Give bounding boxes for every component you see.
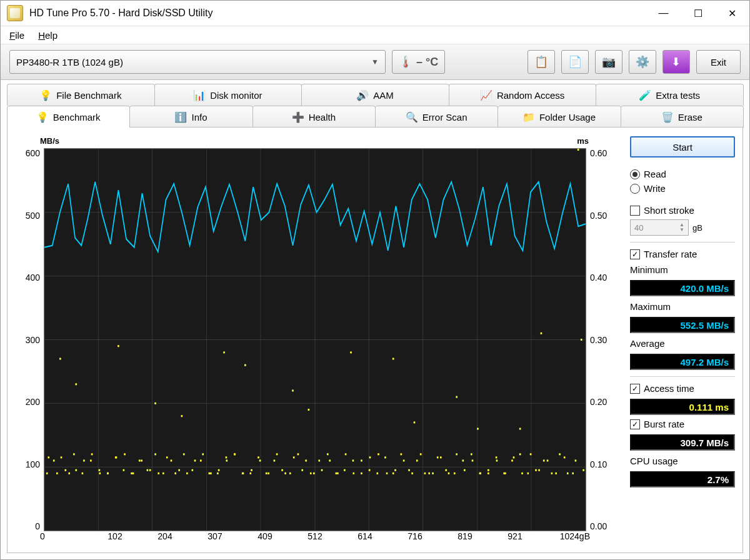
svg-rect-32 [154,453,156,455]
svg-rect-98 [141,459,142,461]
access-time-checkbox[interactable]: Access time [630,383,735,394]
svg-rect-23 [83,459,85,461]
options-button[interactable]: ⚙️ [629,50,656,74]
start-button[interactable]: Start [630,136,735,158]
svg-rect-115 [284,472,286,474]
svg-rect-123 [352,459,354,461]
short-stroke-checkbox[interactable]: Short stroke [630,205,735,216]
tab-erase[interactable]: 🗑️Erase [621,106,744,128]
temperature-button[interactable]: 🌡️ – °C [392,50,445,74]
menu-file[interactable]: File [9,30,24,41]
svg-rect-80 [535,469,537,471]
radio-icon [630,169,640,179]
copy-text-button[interactable]: 📄 [561,50,589,74]
toolbar: PP3480-R 1TB (1024 gB) ▼ 🌡️ – °C 📋 📄 📷 ⚙… [1,44,749,80]
copy-info-button[interactable]: 📋 [528,50,555,74]
svg-rect-129 [403,459,405,461]
svg-rect-96 [124,453,126,455]
svg-rect-131 [420,453,422,455]
svg-rect-75 [496,456,498,458]
svg-rect-72 [472,459,474,461]
tab-random-access[interactable]: 📈Random Access [449,84,597,106]
tab-aam[interactable]: 🔊AAM [301,84,449,106]
svg-rect-84 [567,472,569,474]
screenshot-button[interactable]: 📷 [595,50,622,74]
drive-select[interactable]: PP3480-R 1TB (1024 gB) ▼ [9,50,386,74]
svg-rect-46 [266,472,268,474]
save-button[interactable]: ⬇ [662,50,690,74]
svg-rect-35 [178,469,180,471]
svg-rect-120 [327,453,329,455]
svg-rect-57 [352,472,354,474]
chart-area: MB/s ms 6005004003002001000 0.600.500.40… [15,136,619,548]
svg-rect-101 [166,456,168,458]
svg-rect-39 [210,472,212,474]
minimum-label: Minimum [630,264,735,275]
svg-rect-21 [68,472,70,474]
svg-rect-94 [107,472,109,474]
tab-error-scan[interactable]: 🔍Error Scan [375,106,498,128]
random-access-icon: 📈 [481,89,492,101]
read-radio[interactable]: Read [630,169,735,179]
close-button[interactable]: ✕ [715,1,749,26]
svg-rect-144 [530,453,532,455]
svg-rect-128 [394,469,396,471]
health-icon: ➕ [292,111,304,122]
svg-rect-49 [289,472,291,474]
svg-rect-109 [234,453,236,455]
radio-icon [630,184,640,194]
tab-info[interactable]: ℹ️Info [129,106,252,128]
transfer-rate-checkbox[interactable]: Transfer rate [630,249,735,259]
svg-rect-166 [519,428,521,430]
svg-rect-37 [194,459,196,461]
menubar: File Help [1,26,749,44]
svg-rect-119 [318,459,320,461]
svg-rect-127 [386,472,388,474]
svg-rect-97 [132,472,134,474]
svg-rect-81 [543,459,545,461]
svg-rect-54 [329,459,331,461]
chart-icon: 📊 [194,89,205,101]
app-window: HD Tune Pro 5.70 - Hard Disk/SSD Utility… [0,0,750,560]
svg-rect-89 [65,469,67,471]
average-label: Average [630,338,735,349]
tab-extra-tests[interactable]: 🧪Extra tests [596,84,744,106]
tab-file-benchmark[interactable]: 💡File Benchmark [7,84,155,106]
burst-rate-checkbox[interactable]: Burst rate [630,419,735,429]
side-panel: Start Read Write Short stroke 40 ▲▼ gB T… [630,136,735,548]
chevron-down-icon: ▼ [371,58,379,66]
svg-rect-165 [456,396,458,398]
svg-rect-108 [226,456,228,458]
svg-rect-86 [582,469,584,471]
write-radio[interactable]: Write [630,183,735,194]
drive-select-value: PP3480-R 1TB (1024 gB) [16,57,123,68]
benchmark-plot [44,148,586,531]
svg-rect-158 [477,428,479,430]
checkbox-icon [630,249,640,259]
tab-folder-usage[interactable]: 📁Folder Usage [498,106,621,128]
svg-rect-20 [61,456,62,458]
burst-rate-value: 309.7 MB/s [630,434,735,451]
app-icon [7,5,23,21]
svg-rect-48 [281,469,283,471]
tab-disk-monitor[interactable]: 📊Disk monitor [154,84,302,106]
svg-rect-162 [223,351,225,353]
svg-rect-38 [202,453,204,455]
svg-rect-139 [488,469,489,471]
svg-rect-104 [191,469,193,471]
svg-rect-25 [99,472,101,474]
x-axis: 01022043074095126147168199211024gB [15,531,619,548]
svg-rect-149 [572,472,574,474]
svg-rect-30 [139,459,141,461]
svg-rect-147 [555,472,557,474]
menu-help[interactable]: Help [38,30,58,41]
thermometer-icon: 🌡️ [399,55,412,69]
minimize-button[interactable]: — [646,1,681,26]
maximize-button[interactable]: ☐ [681,1,715,26]
svg-rect-92 [90,459,92,461]
tab-health[interactable]: ➕Health [252,106,376,128]
exit-button[interactable]: Exit [696,50,741,74]
svg-rect-41 [226,459,228,461]
svg-rect-51 [305,459,307,461]
tab-benchmark[interactable]: 💡Benchmark [7,106,130,128]
